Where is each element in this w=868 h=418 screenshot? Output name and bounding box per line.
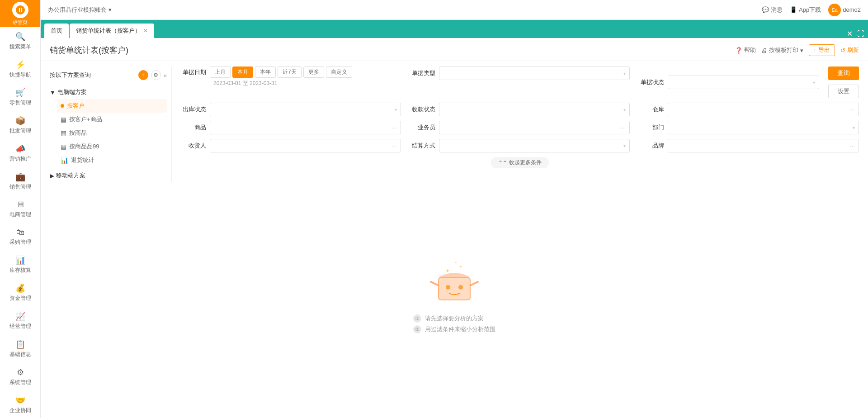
scheme-item-by-customer[interactable]: 按客户 [57,99,167,113]
product-dots[interactable]: ··· [392,124,397,131]
tab-home[interactable]: 首页 [44,24,69,38]
filter-area: 按以下方案查询 + ⚙ « [41,61,868,188]
empty-step1-label: 请先选择要分析的方案 [425,314,484,323]
sidebar-item-system[interactable]: ⚙ 系统管理 [0,363,40,391]
scheme-item-dot [61,104,64,108]
scheme-mobile-group-title[interactable]: ▶ 移动端方案 [50,169,167,182]
scheme-item-return-stat[interactable]: 📊 退货统计 [57,153,167,167]
scheme-item-by-product[interactable]: ▦ 按商品 [57,126,167,140]
username-label: demo2 [843,6,861,13]
scheme-collapse-btn[interactable]: « [164,72,167,79]
scheme-add-btn[interactable]: + [138,70,148,80]
search-icon: 🔍 [15,32,25,42]
user-avatar-area[interactable]: Ea demo2 [828,4,861,16]
sidebar-item-finance[interactable]: 💰 资金管理 [0,279,40,307]
brand-dots[interactable]: ··· [849,142,855,149]
print-btn[interactable]: 🖨 按模板打印 ▾ [761,46,803,54]
scheme-item-by-customer-product[interactable]: ▦ 按客户+商品 [57,113,167,126]
sidebar-item-retail[interactable]: 🛒 零售管理 [0,83,40,111]
message-btn[interactable]: 💬 消息 [762,6,783,14]
scheme-desktop-list: 按客户 ▦ 按客户+商品 ▦ 按商品 ▦ [50,99,167,167]
salesperson-select[interactable]: ··· [439,121,630,134]
export-label: 导出 [818,46,830,54]
sidebar-item-operation[interactable]: 📈 经营管理 [0,307,40,335]
payment-status-select[interactable]: ▾ [439,103,630,116]
warehouse-label: 仓库 [639,105,664,114]
svg-point-3 [458,285,463,290]
avatar-text: Ea [832,7,838,13]
filter-row-settle: 结算方式 ▾ [410,139,630,152]
receiver-dots[interactable]: ··· [392,142,397,149]
bill-status-label: 单据状态 [639,78,664,86]
tab-close-btn[interactable]: ✕ [143,28,148,34]
sidebar-item-sales[interactable]: 💼 销售管理 [0,167,40,195]
ship-status-arrow: ▾ [395,107,397,112]
scheme-settings-btn[interactable]: ⚙ [151,70,161,80]
wholesale-icon: 📦 [15,116,25,126]
date-btn-custom[interactable]: 自定义 [326,66,352,78]
enterprise-icon: 🤝 [15,395,25,405]
tab-sales-stat[interactable]: 销货单统计表（按客户） ✕ [70,24,154,38]
date-btn-more[interactable]: 更多 [303,66,324,78]
window-expand-btn[interactable]: ⛶ [857,30,864,38]
date-btn-this-month[interactable]: 本月 [232,66,253,78]
bill-type-select[interactable]: ▾ [439,66,630,80]
warehouse-dots[interactable]: ··· [849,106,855,113]
window-close-btn[interactable]: ✕ [847,29,853,38]
scheme-item-by-product99[interactable]: ▦ 按商品品99 [57,140,167,153]
refresh-btn[interactable]: ↺ 刷新 [840,46,859,54]
sidebar-finance-label: 资金管理 [9,294,31,302]
sidebar-item-enterprise[interactable]: 🤝 企业协同 [0,391,40,418]
tab-home-label: 首页 [51,27,62,35]
date-btn-last7[interactable]: 近7天 [278,66,302,78]
filter-row-payment-status: 收款状态 ▾ [410,103,630,116]
sidebar-item-inventory[interactable]: 📊 库存核算 [0,251,40,279]
marketing-icon: 📣 [15,144,25,154]
query-btn[interactable]: 查询 [828,66,859,80]
receiver-select[interactable]: ··· [210,139,401,152]
scheme-header: 按以下方案查询 + ⚙ « [50,66,167,84]
page-content: 销货单统计表(按客户) ❓ 帮助 🖨 按模板打印 ▾ ↑ 导出 ↺ 刷新 [41,38,868,418]
date-btn-last-month[interactable]: 上月 [210,66,231,78]
bill-status-select[interactable]: ▾ [668,76,819,89]
scheme-desktop-group-title[interactable]: ▼ 电脑端方案 [50,86,167,99]
settle-select[interactable]: ▾ [439,139,630,152]
page-header: 销货单统计表(按客户) ❓ 帮助 🖨 按模板打印 ▾ ↑ 导出 ↺ 刷新 [41,38,868,61]
collapse-icon: « [164,72,167,79]
retail-icon: 🛒 [15,88,25,98]
sidebar-ecommerce-label: 电商管理 [9,211,31,218]
sidebar-item-search[interactable]: 🔍 搜索菜单 [0,27,40,55]
date-btn-this-year[interactable]: 本年 [255,66,276,78]
settings-btn[interactable]: 设置 [828,85,859,98]
scheme-item-return-stat-label: 退货统计 [71,156,94,164]
brand-select[interactable]: ··· [668,139,859,152]
topbar-title-dropdown[interactable]: 办公用品行业模拟账套 ▾ [48,6,112,14]
quicknav-icon: ⚡ [15,60,25,70]
warehouse-select[interactable]: ··· [668,103,859,116]
sidebar-item-ecommerce[interactable]: 🖥 电商管理 [0,195,40,223]
scheme-desktop-label: 电脑端方案 [57,88,87,96]
ship-status-select[interactable]: ▾ [210,103,401,116]
sidebar-item-marketing[interactable]: 📣 营销推广 [0,139,40,167]
product-select[interactable]: ··· [210,121,401,134]
sidebar-item-wholesale[interactable]: 📦 批发管理 [0,111,40,139]
sidebar-basic-label: 基础信息 [9,351,31,358]
app-download-btn[interactable]: 📱 App下载 [790,6,821,14]
brand-label: 品牌 [639,142,664,150]
export-btn[interactable]: ↑ 导出 [809,44,835,56]
sidebar-system-label: 系统管理 [9,379,31,386]
help-btn[interactable]: ❓ 帮助 [735,46,756,54]
sidebar-item-basic[interactable]: 📋 基础信息 [0,335,40,363]
app-download-label: App下载 [799,6,821,14]
bill-status-dropdown-icon: ▾ [813,80,815,85]
salesperson-dots[interactable]: ··· [621,124,626,131]
avatar: Ea [828,4,841,16]
sidebar-item-quicknav[interactable]: ⚡ 快捷导航 [0,55,40,83]
refresh-icon: ↺ [840,47,845,54]
date-label: 单据日期 [181,68,206,76]
department-select[interactable]: ▾ [668,121,859,134]
collapse-row: ⌃⌃ 收起更多条件 [181,157,859,168]
page-title: 销货单统计表(按客户) [50,45,128,56]
sidebar-item-purchase[interactable]: 🛍 采购管理 [0,223,40,251]
collapse-btn[interactable]: ⌃⌃ 收起更多条件 [491,157,549,168]
